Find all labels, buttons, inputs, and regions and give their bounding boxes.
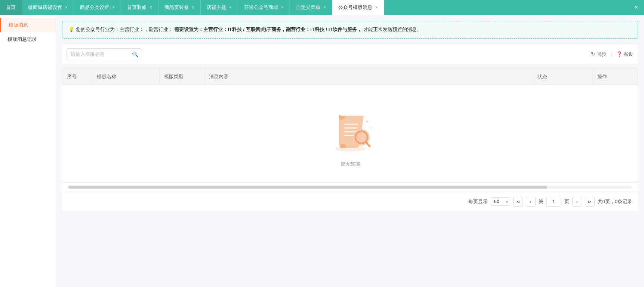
tab-label: 开通公众号商城: [244, 4, 278, 11]
search-right: ↻ 同步 | ❓ 帮助: [591, 51, 634, 58]
page-last-button[interactable]: ⊳: [585, 197, 595, 207]
search-bar: 🔍 ↻ 同步 | ❓ 帮助: [62, 45, 638, 64]
search-left: 🔍: [67, 48, 141, 60]
page-label-suffix: 页: [564, 198, 569, 205]
sync-label: 同步: [597, 51, 606, 58]
help-button[interactable]: ❓ 帮助: [616, 51, 634, 58]
empty-illustration: ✦ ✦ ✦: [324, 107, 376, 156]
tab-close-icon[interactable]: ×: [229, 5, 232, 10]
tab-label: 商品页装修: [164, 4, 189, 11]
notice-icon: 💡: [68, 27, 74, 32]
main-layout: 模版消息模版消息记录 💡 您的公众号行业为：主营行业：，副营行业： 需要设置为：…: [0, 15, 644, 287]
tab-label: 首页: [6, 4, 16, 11]
table: 序号模版名称模版类型消息内容状态操作: [62, 68, 638, 192]
help-icon: ❓: [616, 51, 622, 57]
tab-close-icon[interactable]: ×: [323, 5, 326, 10]
tab-item-0[interactable]: 首页: [0, 0, 22, 15]
page-size-label: 每页显示: [468, 198, 488, 205]
table-col-3: 消息内容: [204, 69, 533, 85]
content-area: 💡 您的公众号行业为：主营行业：，副营行业： 需要设置为：主营行业：IT科技 /…: [56, 15, 644, 287]
tab-close-icon[interactable]: ×: [150, 5, 152, 10]
tab-label: 商品分类设置: [80, 4, 109, 11]
tab-item-8[interactable]: 公众号模版消息×: [332, 0, 384, 15]
notice-highlight: 需要设置为：主营行业：IT科技 / 互联网|电子商务，副营行业：IT科技 / I…: [174, 27, 362, 32]
sync-button[interactable]: ↻ 同步: [591, 51, 606, 58]
table-col-0: 序号: [62, 69, 92, 85]
table-header: 序号模版名称模版类型消息内容状态操作: [62, 69, 638, 85]
fake-scrollbar[interactable]: [68, 186, 632, 189]
page-number-input[interactable]: [546, 197, 561, 207]
tab-close-icon[interactable]: ×: [281, 5, 284, 10]
table-col-2: 模版类型: [160, 69, 204, 85]
tab-label: 首页装修: [127, 4, 147, 11]
search-icon[interactable]: 🔍: [132, 51, 138, 57]
page-prev-button[interactable]: ‹: [526, 197, 536, 207]
page-size-wrap: 50 20 100: [491, 197, 510, 206]
page-next-button[interactable]: ›: [572, 197, 582, 207]
pagination: 每页显示 50 20 100 ⊲ ‹ 第 页 › ⊳ 共0页，0条记录: [62, 192, 638, 211]
tab-item-2[interactable]: 商品分类设置×: [74, 0, 121, 15]
notice-text-prefix: 您的公众号行业为：主营行业：，副营行业：: [76, 27, 173, 32]
tab-label: 微商城店铺设置: [28, 4, 62, 11]
svg-text:✦: ✦: [370, 126, 372, 130]
table-col-5: 操作: [593, 69, 638, 85]
tab-item-4[interactable]: 商品页装修×: [158, 0, 201, 15]
page-first-button[interactable]: ⊲: [513, 197, 523, 207]
tab-label: 店铺主题: [207, 4, 226, 11]
tab-item-6[interactable]: 开通公众号商城×: [238, 0, 290, 15]
empty-text: 暂无数据: [341, 161, 360, 167]
tab-label: 自定义菜单: [296, 4, 320, 11]
search-input-wrap: 🔍: [67, 48, 141, 60]
tab-close-icon[interactable]: ×: [112, 5, 115, 10]
table-col-4: 状态: [533, 69, 593, 85]
total-label: 共0页，0条记录: [598, 198, 632, 205]
scroll-bar-area: [62, 182, 638, 192]
notice-box: 💡 您的公众号行业为：主营行业：，副营行业： 需要设置为：主营行业：IT科技 /…: [62, 21, 638, 39]
tab-bar: 首页微商城店铺设置×商品分类设置×首页装修×商品页装修×店铺主题×开通公众号商城…: [0, 0, 644, 15]
sidebar-item-0[interactable]: 模版消息: [0, 18, 56, 32]
svg-text:✦: ✦: [363, 115, 366, 119]
empty-state: ✦ ✦ ✦ 暂无数据: [62, 85, 638, 182]
tab-close-icon[interactable]: ×: [375, 5, 378, 10]
tab-label: 公众号模版消息: [338, 4, 372, 11]
sidebar-item-1[interactable]: 模版消息记录: [0, 32, 56, 46]
page-size-select[interactable]: 50 20 100: [491, 197, 510, 206]
svg-text:✦: ✦: [365, 119, 369, 124]
divider: |: [611, 51, 612, 57]
tab-item-1[interactable]: 微商城店铺设置×: [22, 0, 74, 15]
tab-item-3[interactable]: 首页装修×: [121, 0, 158, 15]
page-label-prefix: 第: [539, 198, 543, 205]
help-label: 帮助: [624, 51, 634, 58]
tab-item-7[interactable]: 自定义菜单×: [290, 0, 332, 15]
tab-close-icon[interactable]: ×: [192, 5, 194, 10]
tab-bar-close[interactable]: ×: [629, 4, 644, 11]
tab-close-icon[interactable]: ×: [65, 5, 68, 10]
search-input[interactable]: [67, 48, 141, 60]
table-col-1: 模版名称: [92, 69, 160, 85]
sidebar: 模版消息模版消息记录: [0, 15, 56, 287]
tab-item-5[interactable]: 店铺主题×: [201, 0, 238, 15]
scrollbar-thumb[interactable]: [68, 186, 547, 189]
notice-text-suffix: 才能正常发送预置的消息。: [363, 27, 422, 32]
sync-icon: ↻: [591, 51, 595, 57]
